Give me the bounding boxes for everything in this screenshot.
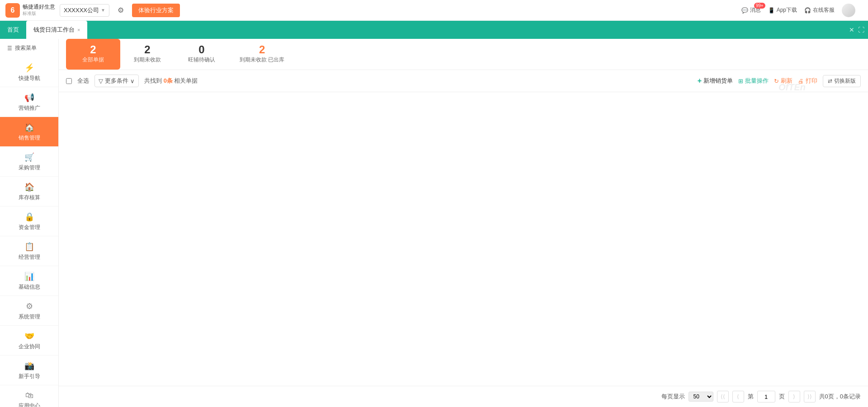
base-info-icon: 📊 xyxy=(24,271,34,281)
toolbar-right: + 新增销货单 ⊞ 批量操作 ↻ 刷新 🖨 打印 ⇄ 切换新版 xyxy=(698,75,861,87)
inventory-label: 库存核算 xyxy=(19,194,40,201)
stat-all-label: 全部单据 xyxy=(82,56,104,64)
content-area: 2 全部单据 2 到期未收款 0 旺辅待确认 2 到期未收款 已出库 全选 ▽ … xyxy=(59,39,868,407)
sidebar-item-purchase[interactable]: 🛒 采购管理 xyxy=(0,147,58,177)
enterprise-icon: 🤝 xyxy=(24,331,34,341)
tab-home-label: 首页 xyxy=(7,26,19,34)
purchase-icon: 🛒 xyxy=(24,152,34,162)
quick-nav-icon: ⚡ xyxy=(24,63,34,73)
found-text: 共找到 0条 相关单据 xyxy=(144,77,198,85)
stat-pending-number: 0 xyxy=(198,43,204,56)
switch-icon: ⇄ xyxy=(828,78,832,84)
logo-icon: 6 xyxy=(5,3,20,18)
prev-page-button[interactable]: ⟨ xyxy=(732,391,744,402)
sidebar-item-guide[interactable]: 📸 新手引导 xyxy=(0,356,58,385)
nav-tabs-right: ✕ ⛶ xyxy=(849,26,868,33)
page-number-input[interactable] xyxy=(757,391,775,402)
user-avatar[interactable] xyxy=(842,4,855,17)
print-label: 打印 xyxy=(806,77,817,85)
sidebar-item-system[interactable]: ⚙ 系统管理 xyxy=(0,296,58,326)
stats-tabs: 2 全部单据 2 到期未收款 0 旺辅待确认 2 到期未收款 已出库 xyxy=(59,39,868,70)
found-count: 0条 xyxy=(164,77,173,84)
next-page-button[interactable]: ⟩ xyxy=(788,391,800,402)
page-size-select[interactable]: 50 100 200 xyxy=(689,392,713,402)
sidebar-item-sales[interactable]: 🏠 销售管理 xyxy=(0,117,58,147)
stat-overdue-number: 2 xyxy=(144,43,150,56)
select-all-checkbox[interactable] xyxy=(66,78,72,84)
sidebar-item-operations[interactable]: 📋 经营管理 xyxy=(0,236,58,266)
tab-home[interactable]: 首页 xyxy=(0,21,26,39)
window-close-icon[interactable]: ✕ xyxy=(849,26,854,33)
sidebar-item-enterprise[interactable]: 🤝 企业协同 xyxy=(0,326,58,356)
pagination: 每页显示 50 100 200 ⟨⟨ ⟨ 第 页 ⟩ ⟩⟩ 共0页，0条记录 xyxy=(59,386,868,407)
refresh-button[interactable]: ↻ 刷新 xyxy=(774,77,793,85)
quick-nav-label: 快捷导航 xyxy=(19,75,40,82)
sidebar-search[interactable]: ☰ 搜索菜单 xyxy=(0,39,58,57)
main-layout: ☰ 搜索菜单 ⚡ 快捷导航 📢 营销推广 🏠 销售管理 🛒 采购管理 🏠 库存核… xyxy=(0,39,868,407)
sidebar-item-base-info[interactable]: 📊 基础信息 xyxy=(0,266,58,296)
stat-overdue-out-label: 到期未收款 已出库 xyxy=(240,56,284,64)
stat-tab-overdue[interactable]: 2 到期未收款 xyxy=(120,39,175,70)
settings-button[interactable]: ⚙ xyxy=(114,4,127,17)
plus-icon: + xyxy=(698,77,702,85)
experience-button[interactable]: 体验行业方案 xyxy=(132,4,180,17)
new-sales-button[interactable]: + 新增销货单 xyxy=(698,77,733,85)
switch-version-button[interactable]: ⇄ 切换新版 xyxy=(823,75,861,87)
sidebar-item-quick-nav[interactable]: ⚡ 快捷导航 xyxy=(0,57,58,87)
table-empty-state xyxy=(59,92,868,386)
select-all-label: 全选 xyxy=(77,77,89,85)
batch-icon: ⊞ xyxy=(738,78,743,84)
operations-icon: 📋 xyxy=(24,242,34,252)
sidebar-item-app-center[interactable]: 🛍 应用中心 xyxy=(0,385,58,407)
app-center-icon: 🛍 xyxy=(25,391,33,400)
sales-icon: 🏠 xyxy=(24,122,34,132)
page-suffix: 页 xyxy=(779,393,785,401)
filter-button[interactable]: ▽ 更多条件 ∨ xyxy=(94,75,139,87)
guide-icon: 📸 xyxy=(24,361,34,371)
enterprise-label: 企业协同 xyxy=(19,343,40,351)
stat-tab-overdue-out[interactable]: 2 到期未收款 已出库 xyxy=(229,39,295,70)
support-label: 在线客服 xyxy=(813,6,835,14)
first-page-button[interactable]: ⟨⟨ xyxy=(717,391,729,402)
filter-label: 更多条件 xyxy=(105,77,128,85)
stat-tab-all[interactable]: 2 全部单据 xyxy=(66,39,120,70)
header-left: 6 畅捷通好生意 标准版 XXXXXX公司 ▼ ⚙ 体验行业方案 xyxy=(5,3,180,18)
search-icon: ☰ xyxy=(7,45,12,51)
header-right: 💬 消息 99+ 📱 App下载 🎧 在线客服 xyxy=(741,4,863,17)
purchase-label: 采购管理 xyxy=(19,164,40,172)
batch-operation-button[interactable]: ⊞ 批量操作 xyxy=(738,77,769,85)
sidebar: ☰ 搜索菜单 ⚡ 快捷导航 📢 营销推广 🏠 销售管理 🛒 采购管理 🏠 库存核… xyxy=(0,39,59,407)
sidebar-item-marketing[interactable]: 📢 营销推广 xyxy=(0,87,58,117)
system-icon: ⚙ xyxy=(26,301,33,311)
batch-label: 批量操作 xyxy=(745,77,769,85)
app-download-action[interactable]: 📱 App下载 xyxy=(768,6,797,14)
app-download-icon: 📱 xyxy=(768,7,775,14)
company-dropdown-icon: ▼ xyxy=(101,8,105,13)
page-label: 第 xyxy=(748,393,754,401)
window-expand-icon[interactable]: ⛶ xyxy=(858,26,864,33)
stat-tab-pending[interactable]: 0 旺辅待确认 xyxy=(175,39,229,70)
print-button[interactable]: 🖨 打印 xyxy=(798,77,817,85)
message-action[interactable]: 💬 消息 99+ xyxy=(741,6,761,14)
finance-icon: 🔒 xyxy=(24,212,34,222)
base-info-label: 基础信息 xyxy=(19,283,40,291)
stat-all-number: 2 xyxy=(90,43,96,56)
sales-label: 销售管理 xyxy=(19,134,40,142)
support-action[interactable]: 🎧 在线客服 xyxy=(804,6,835,14)
settings-icon: ⚙ xyxy=(118,6,124,14)
company-selector[interactable]: XXXXXX公司 ▼ xyxy=(60,4,109,17)
app-center-label: 应用中心 xyxy=(19,402,40,407)
operations-label: 经营管理 xyxy=(19,253,40,261)
sidebar-item-inventory[interactable]: 🏠 库存核算 xyxy=(0,177,58,206)
message-badge: 99+ xyxy=(754,3,765,9)
page-size-label: 每页显示 xyxy=(661,393,685,401)
app-badge: 标准版 xyxy=(23,10,55,17)
tab-close-icon[interactable]: × xyxy=(77,27,80,33)
sidebar-item-finance[interactable]: 🔒 资金管理 xyxy=(0,206,58,236)
avatar-image xyxy=(842,4,855,17)
marketing-label: 营销推广 xyxy=(19,104,40,112)
toolbar: 全选 ▽ 更多条件 ∨ 共找到 0条 相关单据 + 新增销货单 ⊞ 批量操作 xyxy=(59,70,868,92)
tab-work-station[interactable]: 钱货日清工作台 × xyxy=(26,21,87,39)
last-page-button[interactable]: ⟩⟩ xyxy=(804,391,816,402)
filter-icon: ▽ xyxy=(99,78,103,84)
